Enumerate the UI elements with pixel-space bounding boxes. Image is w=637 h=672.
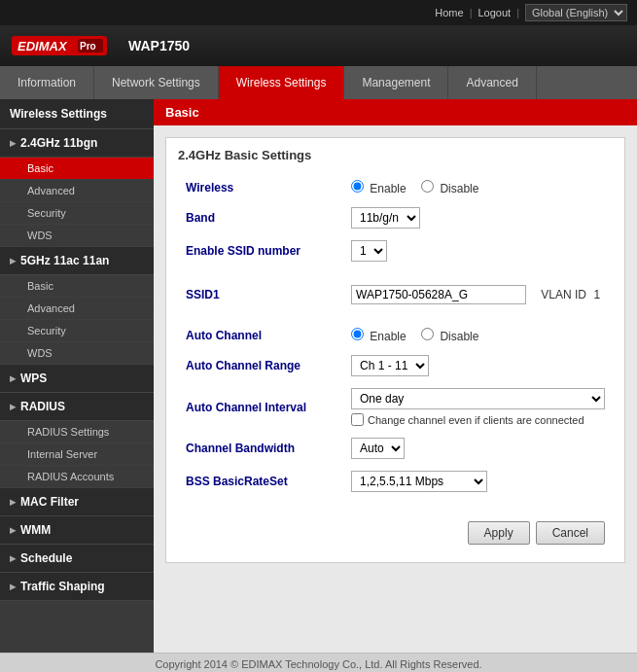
wireless-enable-label[interactable]: Enable: [351, 182, 409, 195]
logo-svg: EDIMAX Pro: [12, 32, 109, 59]
sidebar-group-traffic-shaping[interactable]: Traffic Shaping: [0, 573, 154, 601]
channel-bandwidth-select[interactable]: Auto: [351, 438, 405, 459]
auto-channel-enable-label[interactable]: Enable: [351, 330, 409, 343]
bss-label: BSS BasicRateSet: [178, 465, 343, 498]
ssid1-input[interactable]: [351, 285, 526, 304]
settings-table: Wireless Enable Disable: [178, 174, 613, 498]
sidebar-group-wmm[interactable]: WMM: [0, 516, 154, 545]
cancel-button[interactable]: Cancel: [536, 521, 605, 545]
row-auto-channel-interval: Auto Channel Interval One day Change cha…: [178, 382, 613, 432]
sidebar-group-wps[interactable]: WPS: [0, 365, 154, 393]
language-select[interactable]: Global (English): [525, 4, 627, 21]
sidebar-item-radius-settings[interactable]: RADIUS Settings: [0, 421, 154, 443]
nav-advanced[interactable]: Advanced: [448, 66, 536, 99]
auto-channel-disable-text: Disable: [440, 330, 478, 343]
apply-button[interactable]: Apply: [468, 521, 530, 545]
sidebar-item-advanced-24[interactable]: Advanced: [0, 180, 154, 202]
ssid-number-label: Enable SSID number: [178, 234, 343, 267]
ssid-number-control: 1: [343, 234, 613, 267]
change-channel-label: Change channel even if clients are conne…: [368, 414, 584, 426]
nav-network-settings[interactable]: Network Settings: [94, 66, 219, 99]
auto-channel-enable-radio[interactable]: [351, 328, 364, 340]
wireless-enable-radio[interactable]: [351, 180, 364, 193]
sidebar-item-wds-24[interactable]: WDS: [0, 225, 154, 247]
auto-channel-interval-select[interactable]: One day: [351, 388, 605, 409]
wireless-label: Wireless: [178, 174, 343, 201]
sidebar-group-radius[interactable]: RADIUS: [0, 393, 154, 421]
header: EDIMAX Pro WAP1750: [0, 25, 637, 66]
auto-channel-disable-label[interactable]: Disable: [421, 330, 478, 343]
band-select[interactable]: 11b/g/n: [351, 207, 420, 229]
settings-panel: 2.4GHz Basic Settings Wireless Enable Di…: [165, 137, 625, 563]
wireless-controls: Enable Disable: [343, 174, 613, 201]
wireless-disable-label[interactable]: Disable: [421, 182, 478, 195]
divider1: [178, 267, 613, 279]
auto-channel-range-control: Ch 1 - 11: [343, 349, 613, 382]
wireless-enable-text: Enable: [370, 182, 406, 195]
ssid1-label: SSID1: [178, 279, 343, 310]
auto-channel-label: Auto Channel: [178, 322, 343, 349]
row-band: Band 11b/g/n: [178, 201, 613, 234]
top-bar: Home | Logout | Global (English): [0, 0, 637, 25]
sidebar-item-security-5[interactable]: Security: [0, 320, 154, 342]
content-body: 2.4GHz Basic Settings Wireless Enable Di…: [154, 125, 637, 575]
auto-channel-interval-control: One day Change channel even if clients a…: [343, 382, 613, 432]
row-wireless: Wireless Enable Disable: [178, 174, 613, 201]
home-link[interactable]: Home: [435, 7, 463, 18]
bss-control: 1,2,5.5,11 Mbps: [343, 465, 613, 498]
channel-bandwidth-label: Channel Bandwidth: [178, 432, 343, 465]
nav-wireless-settings[interactable]: Wireless Settings: [219, 66, 345, 99]
auto-channel-disable-radio[interactable]: [421, 328, 434, 340]
footer-text: Copyright 2014 © EDIMAX Technology Co., …: [155, 658, 481, 670]
wireless-disable-radio[interactable]: [421, 180, 434, 193]
separator1: |: [470, 7, 473, 18]
sidebar-group-24ghz[interactable]: 2.4GHz 11bgn: [0, 129, 154, 158]
sidebar-group-5ghz[interactable]: 5GHz 11ac 11an: [0, 247, 154, 275]
content-header: Basic: [154, 99, 637, 125]
divider2: [178, 310, 613, 322]
svg-text:EDIMAX: EDIMAX: [18, 39, 68, 53]
nav-information[interactable]: Information: [0, 66, 94, 99]
sidebar-item-basic-5[interactable]: Basic: [0, 275, 154, 298]
row-bss: BSS BasicRateSet 1,2,5.5,11 Mbps: [178, 465, 613, 498]
sidebar-item-advanced-5[interactable]: Advanced: [0, 298, 154, 320]
bss-select[interactable]: 1,2,5.5,11 Mbps: [351, 471, 487, 492]
device-name: WAP1750: [128, 38, 190, 53]
content-area: Basic 2.4GHz Basic Settings Wireless Ena…: [154, 99, 637, 653]
sidebar-item-radius-accounts[interactable]: RADIUS Accounts: [0, 466, 154, 488]
logo: EDIMAX Pro: [12, 32, 109, 59]
sidebar-item-basic-24[interactable]: Basic: [0, 158, 154, 180]
svg-text:Pro: Pro: [80, 41, 96, 52]
auto-channel-controls: Enable Disable: [343, 322, 613, 349]
sidebar-item-security-24[interactable]: Security: [0, 202, 154, 225]
auto-channel-range-label: Auto Channel Range: [178, 349, 343, 382]
main-layout: Wireless Settings 2.4GHz 11bgn Basic Adv…: [0, 99, 637, 653]
sidebar-header: Wireless Settings: [0, 99, 154, 129]
change-channel-row: Change channel even if clients are conne…: [351, 413, 605, 426]
nav-management[interactable]: Management: [344, 66, 448, 99]
ssid1-control: VLAN ID 1: [343, 279, 613, 310]
sidebar-item-wds-5[interactable]: WDS: [0, 342, 154, 365]
auto-channel-interval-label: Auto Channel Interval: [178, 382, 343, 432]
button-row: Apply Cancel: [178, 513, 613, 552]
row-ssid-number: Enable SSID number 1: [178, 234, 613, 267]
row-auto-channel: Auto Channel Enable Disable: [178, 322, 613, 349]
separator2: |: [516, 7, 519, 18]
sidebar-group-schedule[interactable]: Schedule: [0, 545, 154, 573]
auto-channel-enable-text: Enable: [370, 330, 406, 343]
row-auto-channel-range: Auto Channel Range Ch 1 - 11: [178, 349, 613, 382]
row-ssid1: SSID1 VLAN ID 1: [178, 279, 613, 310]
main-nav: Information Network Settings Wireless Se…: [0, 66, 637, 99]
change-channel-checkbox[interactable]: [351, 413, 364, 426]
channel-bandwidth-control: Auto: [343, 432, 613, 465]
auto-channel-range-select[interactable]: Ch 1 - 11: [351, 355, 429, 376]
sidebar-group-mac-filter[interactable]: MAC Filter: [0, 488, 154, 516]
band-label: Band: [178, 201, 343, 234]
band-control: 11b/g/n: [343, 201, 613, 234]
ssid-number-select[interactable]: 1: [351, 240, 387, 262]
footer: Copyright 2014 © EDIMAX Technology Co., …: [0, 653, 637, 672]
logout-link[interactable]: Logout: [478, 7, 511, 18]
row-channel-bandwidth: Channel Bandwidth Auto: [178, 432, 613, 465]
wireless-disable-text: Disable: [440, 182, 478, 195]
sidebar-item-internal-server[interactable]: Internal Server: [0, 443, 154, 466]
